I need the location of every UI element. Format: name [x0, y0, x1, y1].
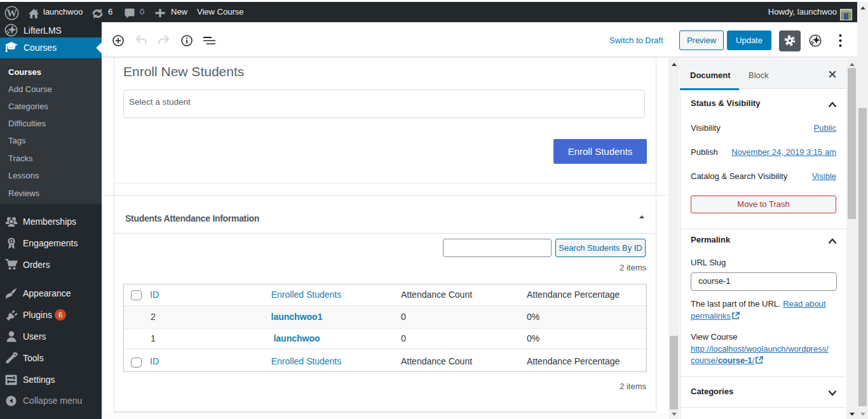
svg-text:W: W	[6, 7, 17, 19]
